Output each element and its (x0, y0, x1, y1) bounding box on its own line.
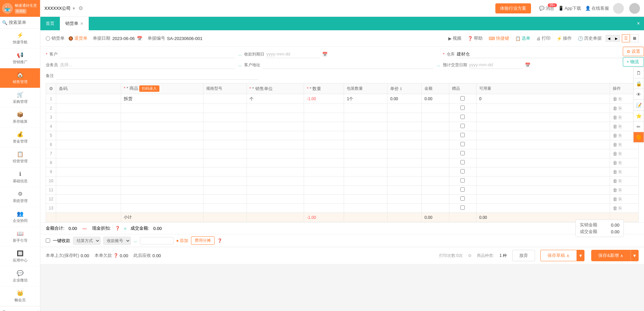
gift-checkbox[interactable] (460, 196, 465, 201)
row-delete-icon[interactable]: 🗑 (613, 160, 617, 165)
row-quantity[interactable] (304, 204, 344, 213)
tab-home[interactable]: 首页 (40, 17, 60, 30)
row-unit-price[interactable] (387, 167, 422, 177)
help-button[interactable]: ❓ 帮助 (465, 34, 485, 42)
row-barcode[interactable] (56, 177, 121, 186)
row-gift[interactable] (449, 177, 476, 186)
view-grid-button[interactable]: ⊞ (631, 34, 639, 42)
row-delete-icon[interactable]: 🗑 (613, 115, 617, 120)
row-pack-qty[interactable] (344, 149, 387, 158)
row-amount[interactable] (422, 113, 449, 122)
row-gift[interactable] (449, 195, 476, 204)
row-unit[interactable] (247, 131, 304, 140)
floating-btn-5[interactable]: ⭐ (633, 110, 644, 121)
barcode-input[interactable] (59, 179, 86, 183)
row-unit[interactable] (247, 177, 304, 186)
scan-barcode-button[interactable]: 扫码录入 (139, 85, 159, 92)
save-draft-split-button[interactable]: ▼ (576, 250, 584, 261)
floating-btn-6[interactable]: ✏ (633, 121, 644, 132)
row-copy-icon[interactable]: ⎘ (619, 205, 621, 211)
row-product[interactable]: 拆货 (121, 94, 203, 104)
sidebar-item-finance[interactable]: 💰 资金管理 (0, 128, 40, 148)
row-unit-price[interactable] (387, 177, 422, 186)
history-button[interactable]: 🕐 历史单据 (576, 34, 604, 42)
product-types-icon[interactable]: ⊙ (468, 253, 471, 258)
gift-checkbox[interactable] (460, 115, 465, 119)
row-unit-price[interactable] (387, 104, 422, 113)
order-num-value[interactable]: SA-20230606-001 (167, 36, 203, 41)
floating-btn-2[interactable]: 🔒 (633, 78, 644, 89)
row-amount[interactable]: 0.00 (422, 94, 449, 104)
row-amount[interactable] (422, 158, 449, 167)
row-pack-qty[interactable]: 1个 (344, 94, 387, 104)
row-delete-icon[interactable]: 🗑 (613, 133, 617, 138)
unit-price-info-icon[interactable]: ℹ (400, 86, 402, 91)
floating-btn-3[interactable]: 👁 (633, 89, 644, 100)
row-amount[interactable] (422, 140, 449, 149)
account-dots-icon[interactable]: ... (134, 238, 137, 243)
row-pack-qty[interactable] (344, 113, 387, 122)
row-quantity[interactable] (304, 167, 344, 177)
gift-checkbox[interactable] (460, 96, 465, 101)
row-delete-icon[interactable]: 🗑 (613, 151, 617, 156)
account-select[interactable]: 收款账号 (103, 237, 131, 245)
row-barcode[interactable] (56, 131, 121, 140)
sidebar-item-quicknav[interactable]: ⚡ 快捷导航 (0, 29, 40, 48)
row-amount[interactable] (422, 186, 449, 195)
app-download-button[interactable]: 📱 App下载 (558, 5, 581, 11)
row-unit-price[interactable] (387, 195, 422, 204)
order-due-info-icon[interactable]: ❓ (113, 253, 118, 258)
view-list-button[interactable]: ☰ (622, 34, 630, 42)
row-unit[interactable] (247, 104, 304, 113)
row-gift[interactable] (449, 122, 476, 131)
row-quantity[interactable] (304, 186, 344, 195)
row-product[interactable] (121, 167, 203, 177)
row-spec[interactable] (203, 131, 247, 140)
barcode-input[interactable] (59, 197, 86, 201)
barcode-input[interactable] (59, 115, 86, 120)
table-settings-icon[interactable]: ⚙ (49, 86, 53, 91)
notes-input[interactable] (56, 72, 258, 80)
floating-btn-1[interactable]: 🗒 (633, 67, 644, 78)
expense-split-button[interactable]: 费用分摊 (191, 236, 215, 245)
row-pack-qty[interactable] (344, 158, 387, 167)
sidebar-item-guide[interactable]: 📖 新手引导 (0, 227, 40, 247)
row-spec[interactable] (203, 204, 247, 213)
row-gift[interactable] (449, 140, 476, 149)
row-spec[interactable] (203, 94, 247, 104)
row-gift[interactable] (449, 149, 476, 158)
row-copy-icon[interactable]: ⎘ (619, 133, 621, 138)
save-new-button[interactable]: 保存&新增 ∧ (591, 250, 631, 261)
barcode-input[interactable] (59, 96, 86, 101)
row-amount[interactable] (422, 104, 449, 113)
row-product[interactable] (121, 195, 203, 204)
message-button[interactable]: 💬 消息 99+ (539, 5, 554, 11)
logistics-button[interactable]: + 物流 (623, 57, 644, 67)
row-pack-qty[interactable] (344, 104, 387, 113)
row-unit-price[interactable] (387, 140, 422, 149)
row-spec[interactable] (203, 122, 247, 131)
row-copy-icon[interactable]: ⎘ (619, 124, 621, 129)
row-spec[interactable] (203, 149, 247, 158)
sidebar-item-sales[interactable]: 🏠 销售管理 (0, 68, 40, 88)
date-value[interactable]: 2023-06-06 (112, 36, 135, 41)
row-copy-icon[interactable]: ⎘ (619, 151, 621, 156)
settings-panel-button[interactable]: ⚙ 设置 (623, 47, 644, 56)
row-spec[interactable] (203, 195, 247, 204)
sidebar-item-apps[interactable]: 🔲 应用中心 (0, 247, 40, 267)
row-amount[interactable] (422, 177, 449, 186)
warehouse-input[interactable] (457, 50, 632, 58)
row-product[interactable] (121, 158, 203, 167)
row-unit[interactable] (247, 140, 304, 149)
row-unit[interactable] (247, 122, 304, 131)
sidebar-item-marketing[interactable]: 📢 营销推广 (0, 48, 40, 68)
row-quantity[interactable] (304, 122, 344, 131)
trial-button[interactable]: 体验行业方案 (495, 3, 531, 13)
row-product[interactable] (121, 131, 203, 140)
row-barcode[interactable] (56, 94, 121, 104)
row-unit-price[interactable] (387, 186, 422, 195)
row-unit[interactable]: 个 (247, 94, 304, 104)
row-quantity[interactable] (304, 140, 344, 149)
salesperson-input[interactable] (60, 61, 235, 69)
row-pack-qty[interactable] (344, 167, 387, 177)
